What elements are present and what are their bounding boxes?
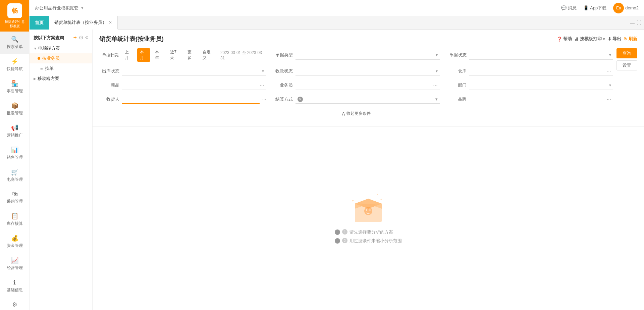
tab-minimize-icon[interactable]: — [630, 20, 635, 25]
sidebar-item-purchase-label: 采购管理 [7, 199, 23, 204]
doc-status-select[interactable]: ▾ [469, 50, 613, 60]
empty-hint-2-text: 用过滤条件来缩小分析范围 [350, 238, 402, 244]
page-title-actions: ❓ 帮助 🖨 按模板打印 ▾ ⬇ 导出 [557, 36, 637, 42]
logo-icon: 畅 [7, 3, 22, 18]
scheme-add-btn[interactable]: + [73, 34, 77, 41]
salesperson-dots-icon[interactable]: ··· [433, 82, 437, 88]
sidebar-item-inventory[interactable]: 📋 库存核算 [0, 208, 29, 230]
date-filter: 上月 本月 本年 近7天 更多 自定义 2023-03-01 至 2023-03… [122, 48, 266, 62]
collect-status-select[interactable]: ▾ [296, 66, 439, 76]
export-btn[interactable]: ⬇ 导出 [608, 36, 621, 42]
collapse-btn[interactable]: ⋀ 收起更多条件 [99, 109, 613, 118]
wholesale-icon: 📦 [11, 102, 18, 109]
goods-dots-icon[interactable]: ··· [260, 82, 264, 88]
doc-type-select[interactable]: ▾ [296, 50, 439, 60]
print-btn[interactable]: 🖨 按模板打印 ▾ [575, 36, 605, 42]
hint-num-1: 1 [342, 229, 347, 235]
warehouse-select[interactable]: ··· [469, 66, 613, 76]
goods-select[interactable]: ··· [122, 81, 266, 90]
filter-cell-brand: 品牌 ··· [446, 95, 613, 104]
salesperson-select[interactable]: ··· [296, 81, 439, 90]
warehouse-label: 仓库 [446, 68, 467, 74]
payment-clear-btn[interactable]: ✕ [298, 97, 303, 102]
sidebar-item-operation[interactable]: 📈 经营管理 [0, 253, 29, 275]
sidebar-item-marketing[interactable]: 📢 营销推广 [0, 120, 29, 142]
sidebar-item-sales[interactable]: 📊 销售管理 [0, 142, 29, 164]
date-btn-custom[interactable]: 自定义 [200, 48, 217, 62]
filter-row-2: 出库状态 ▾ 收款状态 [99, 66, 613, 76]
sidebar-item-finance[interactable]: 💰 资金管理 [0, 230, 29, 253]
refresh-btn[interactable]: ↻ 刷新 [624, 36, 637, 42]
filter-cell-doc-type: 单据类型 ▾ [273, 48, 439, 62]
scheme-panel-actions: + ⊙ « [73, 34, 88, 41]
app-download-btn[interactable]: 📱 App下载 [583, 5, 606, 11]
svg-text:✦: ✦ [352, 199, 354, 203]
receiver-label: 收货人 [99, 96, 119, 102]
app-download-icon: 📱 [583, 5, 589, 10]
tab-home[interactable]: 首页 [30, 16, 49, 30]
collect-status-label: 收款状态 [273, 68, 293, 74]
inventory-icon: 📋 [11, 212, 18, 220]
message-icon: 💬 [561, 5, 567, 10]
sidebar-item-purchase[interactable]: 🛍 采购管理 [0, 187, 29, 208]
sidebar-item-wholesale[interactable]: 📦 批发管理 [0, 98, 29, 120]
warehouse-dots-icon[interactable]: ··· [607, 68, 611, 74]
empty-hints-list: 1 请先选择要分析的方案 2 用过滤条件来缩小分析范围 [335, 229, 402, 247]
scheme-group-desktop: ▼ 电脑端方案 按业务员 ≡ 按单 [30, 43, 92, 73]
sidebar-item-retail[interactable]: 🏪 零售管理 [0, 76, 29, 98]
message-btn[interactable]: 💬 消息 [561, 5, 577, 11]
refresh-label: 刷新 [629, 36, 637, 42]
filter-area: 销货单统计表(按业务员) ❓ 帮助 🖨 按模板打印 ▾ [93, 30, 644, 310]
scheme-collapse-btn[interactable]: « [85, 34, 88, 41]
sidebar-item-search[interactable]: 🔍 搜索菜单 [0, 32, 29, 54]
scheme-edit-btn[interactable]: ⊙ [79, 34, 83, 41]
empty-hint-1: 1 请先选择要分析的方案 [335, 229, 402, 235]
receiver-dots-icon[interactable]: ··· [262, 97, 266, 102]
scheme-group-mobile-title[interactable]: ▶ 移动端方案 [30, 73, 92, 84]
filter-fields: 单据日期 上月 本月 本年 近7天 更多 自定义 2023-03-01 至 20… [99, 48, 613, 121]
tab-sales-stat-label: 销货单统计表（按业务员） [54, 19, 107, 25]
filter-cell-receiver: 收货人 ··· [99, 95, 266, 104]
filter-row-4: 收货人 ··· 结算方式 ✕ ▾ [99, 95, 613, 104]
sidebar-item-quicknav[interactable]: ⚡ 快捷导航 [0, 54, 29, 76]
query-button[interactable]: 查询 [616, 48, 637, 58]
sidebar-item-basic[interactable]: ℹ 基础信息 [0, 275, 29, 297]
date-btn-last-month[interactable]: 上月 [122, 48, 135, 62]
setting-button[interactable]: 设置 [616, 60, 637, 70]
scheme-item-by-salesperson[interactable]: 按业务员 [30, 53, 92, 63]
date-range-text: 2023-03-01 至 2023-03-31 [220, 50, 266, 60]
department-select[interactable]: ▾ [469, 81, 613, 90]
scheme-group-desktop-title[interactable]: ▼ 电脑端方案 [30, 43, 92, 53]
filter-content: 销货单统计表(按业务员) ❓ 帮助 🖨 按模板打印 ▾ [93, 30, 644, 126]
user-avatar: Ea [613, 3, 624, 13]
payment-select[interactable]: ✕ ▾ [296, 95, 439, 104]
help-btn[interactable]: ❓ 帮助 [557, 36, 572, 42]
tab-close-icon[interactable]: ✕ [109, 20, 112, 25]
date-btn-more[interactable]: 更多 [185, 48, 198, 62]
dropdown-arrow-icon[interactable]: ▾ [81, 5, 84, 10]
scheme-item-by-order[interactable]: ≡ 按单 [30, 63, 92, 73]
svg-text:✦: ✦ [377, 194, 378, 196]
date-btn-this-month[interactable]: 本月 [137, 48, 150, 62]
svg-point-6 [369, 209, 371, 211]
filter-row-3: 商品 ··· 业务员 [99, 81, 613, 90]
date-btn-last7[interactable]: 近7天 [167, 48, 183, 62]
department-label: 部门 [446, 82, 467, 88]
sidebar-item-ecommerce[interactable]: 🛒 电商管理 [0, 164, 29, 187]
date-btn-this-year[interactable]: 本年 [152, 48, 165, 62]
sidebar-item-operation-label: 经营管理 [7, 265, 23, 271]
search-icon: 🔍 [11, 36, 18, 43]
out-status-select[interactable]: ▾ [122, 66, 266, 76]
tab-maximize-icon[interactable]: ⛶ [637, 20, 641, 25]
filter-cell-salesperson: 业务员 ··· [273, 81, 439, 90]
sidebar-item-system[interactable]: ⚙ 系统管理 [0, 297, 29, 310]
help-label: 帮助 [563, 36, 572, 42]
brand-dots-icon[interactable]: ··· [607, 96, 611, 102]
tab-sales-stat[interactable]: 销货单统计表（按业务员） ✕ [49, 16, 118, 30]
filter-cell-collect-status: 收款状态 ▾ [273, 66, 439, 76]
retail-icon: 🏪 [11, 80, 18, 87]
username-label: demo2 [625, 5, 639, 10]
user-area[interactable]: Ea demo2 [613, 3, 639, 13]
brand-select[interactable]: ··· [469, 95, 613, 104]
receiver-input[interactable] [122, 95, 260, 104]
